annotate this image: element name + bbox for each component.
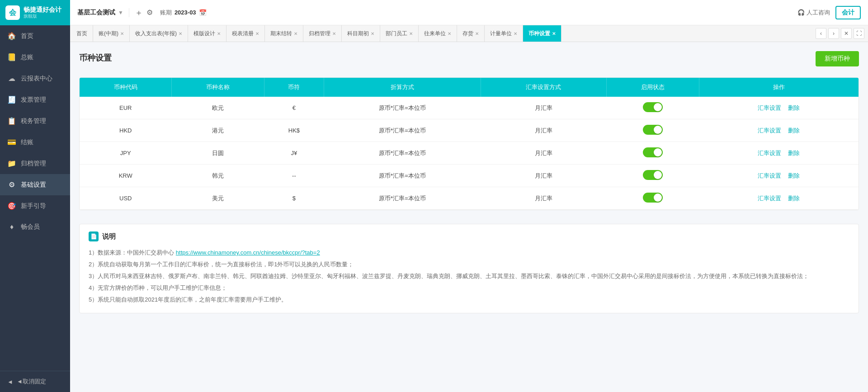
tab-[interactable]: 归档管理✕ [303, 25, 342, 42]
delete-link[interactable]: 删除 [788, 172, 800, 179]
page-header-row: 币种设置 新增币种 [79, 51, 859, 72]
page-title: 币种设置 [79, 52, 112, 63]
currency-code: USD [80, 187, 172, 210]
tab-prev-button[interactable]: ‹ [816, 28, 826, 39]
row-actions: 汇率设置 删除 [699, 187, 859, 210]
topbar-right: 🎧 人工咨询 会计 [797, 6, 861, 19]
table-row: KRW 韩元 -- 原币*汇率=本位币 月汇率 汇率设置 删除 [80, 165, 859, 187]
tab-close-all-button[interactable]: ✕ [841, 28, 852, 39]
notes-link[interactable]: https://www.chinamoney.com.cn/chinese/bk… [176, 249, 320, 256]
sidebar-item-reports[interactable]: ☁ 云报表中心 [0, 68, 70, 89]
headset-icon: 🎧 [797, 9, 805, 16]
rate-setting-link[interactable]: 汇率设置 [758, 150, 781, 156]
tab-[interactable]: 计量单位✕ [485, 25, 523, 42]
tab-close-icon[interactable]: ✕ [552, 31, 556, 36]
delete-link[interactable]: 删除 [788, 104, 800, 111]
toggle-switch[interactable] [643, 125, 663, 135]
sidebar-item-settle[interactable]: 💳 结账 [0, 132, 70, 153]
toggle-track[interactable] [643, 125, 663, 135]
tab-close-icon[interactable]: ✕ [409, 31, 413, 36]
tab-next-button[interactable]: › [828, 28, 839, 39]
tab-[interactable]: 往来单位✕ [419, 25, 457, 42]
member-icon: ♦ [7, 223, 16, 231]
tab-label: 计量单位 [490, 30, 512, 38]
sidebar-item-guide[interactable]: 🎯 新手引导 [0, 195, 70, 217]
toggle-switch[interactable] [643, 102, 663, 112]
tab-close-icon[interactable]: ✕ [217, 31, 221, 36]
tab-label: 科目期初 [347, 30, 369, 38]
pin-icon: ◄ [7, 378, 13, 385]
tab-close-icon[interactable]: ✕ [332, 31, 336, 36]
toggle-switch[interactable] [643, 147, 663, 157]
tab-close-icon[interactable]: ✕ [475, 31, 479, 36]
help-button[interactable]: 🎧 人工咨询 [797, 9, 830, 17]
delete-link[interactable]: 删除 [788, 150, 800, 156]
tab-[interactable]: 首页 [71, 25, 93, 42]
sidebar-item-archive[interactable]: 📁 归档管理 [0, 153, 70, 174]
sidebar-label-settings: 基础设置 [21, 181, 46, 189]
rate-type: 月汇率 [481, 187, 607, 210]
sidebar-item-invoice[interactable]: 🧾 发票管理 [0, 89, 70, 110]
sidebar-footer[interactable]: ◄ ◄取消固定 [0, 371, 70, 392]
toggle-switch[interactable] [643, 193, 663, 203]
enabled-status [606, 187, 699, 210]
notes-item-4: 4）无官方牌价的币种，可以用户手工维护汇率信息； [89, 282, 849, 294]
tab-close-icon[interactable]: ✕ [514, 31, 517, 36]
currency-table-wrap: 币种代码币种名称币符折算方式汇率设置方式启用状态操作 EUR 欧元 € 原币*汇… [79, 77, 859, 210]
tab-[interactable]: 税表清册✕ [226, 25, 265, 42]
sidebar-item-home[interactable]: 🏠 首页 [0, 25, 70, 47]
rate-setting-link[interactable]: 汇率设置 [758, 172, 781, 179]
tab-[interactable]: 存货✕ [457, 25, 485, 42]
toggle-track[interactable] [643, 102, 663, 112]
sidebar-label-invoice: 发票管理 [21, 96, 46, 104]
new-currency-button[interactable]: 新增币种 [816, 51, 859, 66]
rate-setting-link[interactable]: 汇率设置 [758, 127, 781, 134]
sidebar-item-tax[interactable]: 📋 税务管理 [0, 110, 70, 132]
toggle-track[interactable] [643, 147, 663, 157]
sidebar-logo: 会 畅捷通好会计 旗舰版 [0, 0, 70, 25]
accounting-button[interactable]: 会计 [835, 6, 861, 19]
tab-close-icon[interactable]: ✕ [448, 31, 451, 36]
tab-label: 期末结转 [270, 30, 292, 38]
tab-[interactable]: 账(中期)✕ [93, 25, 130, 42]
settings-icon[interactable]: ⚙ [146, 8, 153, 17]
topbar-project[interactable]: 基层工会测试 ▼ [77, 9, 123, 17]
tab-[interactable]: 期末结转✕ [265, 25, 303, 42]
toggle-switch[interactable] [643, 170, 663, 180]
notes-section: 📄 说明 1）数据来源：中国外汇交易中心 https://www.chinamo… [79, 224, 859, 313]
tab-label: 模版设计 [193, 30, 215, 38]
sidebar-item-settings[interactable]: ⚙ 基础设置 [0, 174, 70, 195]
tab-close-icon[interactable]: ✕ [179, 31, 182, 36]
tab-close-icon[interactable]: ✕ [255, 31, 259, 36]
tab-[interactable]: 收入支出表(年报)✕ [130, 25, 188, 42]
tab-[interactable]: 部门员工✕ [380, 25, 419, 42]
rate-setting-link[interactable]: 汇率设置 [758, 104, 781, 111]
calendar-icon[interactable]: 📅 [199, 9, 207, 16]
rate-setting-link[interactable]: 汇率设置 [758, 195, 781, 202]
delete-link[interactable]: 删除 [788, 127, 800, 134]
delete-link[interactable]: 删除 [788, 195, 800, 202]
tab-close-icon[interactable]: ✕ [294, 31, 297, 36]
tab-[interactable]: 币种设置✕ [523, 25, 561, 42]
tab-close-icon[interactable]: ✕ [120, 31, 124, 36]
currency-name: 欧元 [172, 97, 264, 119]
tab-expand-button[interactable]: ⛶ [854, 28, 864, 39]
sidebar-item-ledger[interactable]: 📒 总账 [0, 47, 70, 68]
sidebar-item-member[interactable]: ♦ 畅会员 [0, 217, 70, 237]
toggle-track[interactable] [643, 193, 663, 203]
rate-type: 月汇率 [481, 119, 607, 142]
toggle-track[interactable] [643, 170, 663, 180]
sidebar-label-member: 畅会员 [21, 223, 40, 231]
table-col-启用状态: 启用状态 [606, 78, 699, 97]
table-row: EUR 欧元 € 原币*汇率=本位币 月汇率 汇率设置 删除 [80, 97, 859, 119]
tab-[interactable]: 模版设计✕ [188, 25, 226, 42]
topbar: 基层工会测试 ▼ ＋ ⚙ 账期 2023-03 📅 🎧 人工咨询 会计 [70, 0, 868, 25]
table-body: EUR 欧元 € 原币*汇率=本位币 月汇率 汇率设置 删除 HKD 港元 HK… [80, 97, 859, 210]
currency-name: 日圆 [172, 142, 264, 165]
enabled-status [606, 97, 699, 119]
tab-close-icon[interactable]: ✕ [371, 31, 374, 36]
tab-[interactable]: 科目期初✕ [342, 25, 380, 42]
tab-label: 往来单位 [424, 30, 446, 38]
toggle-thumb [654, 126, 662, 134]
add-tab-button[interactable]: ＋ [135, 7, 143, 18]
